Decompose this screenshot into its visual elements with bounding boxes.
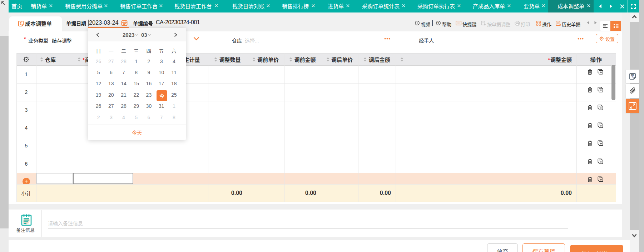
- svg-text:?: ?: [437, 21, 439, 25]
- svg-text:草: 草: [630, 73, 634, 78]
